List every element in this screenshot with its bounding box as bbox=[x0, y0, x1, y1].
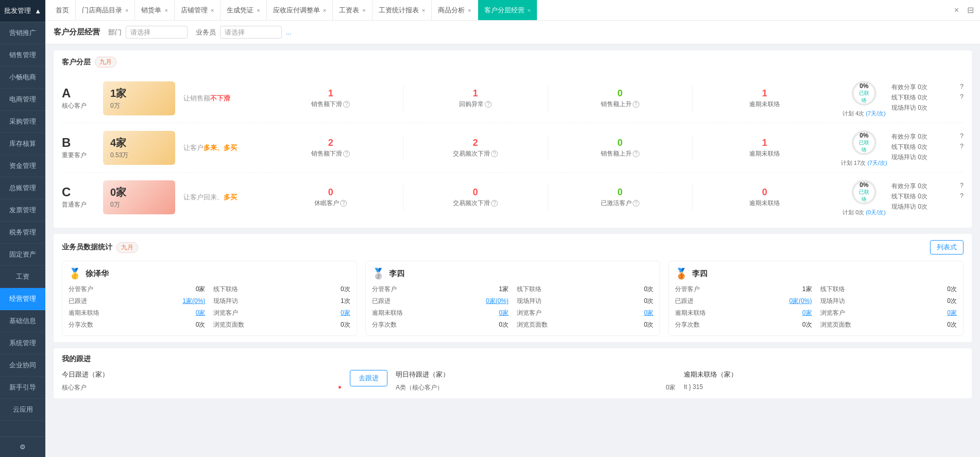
tier-row-a: A 核心客户 1家 0万 让销售额不下滑 1 销售额下滑 ? bbox=[62, 74, 964, 123]
tab-close-sales-order[interactable]: × bbox=[164, 7, 167, 13]
tab-close-customer-tier[interactable]: × bbox=[528, 7, 531, 13]
tab-voucher[interactable]: 生成凭证× bbox=[221, 0, 266, 21]
tier-c-stat-main[interactable]: 0家 0万 bbox=[103, 180, 175, 214]
sidebar-item-asset[interactable]: 固定资产 bbox=[0, 244, 45, 266]
tier-b-metric-1-info[interactable]: ? bbox=[491, 150, 498, 157]
sidebar-item-collab[interactable]: 企业协同 bbox=[0, 354, 45, 377]
tab-close-all-icon[interactable]: × bbox=[952, 4, 961, 17]
sidebar-item-base[interactable]: 基础信息 bbox=[0, 310, 45, 332]
followup-overdue-col: 逾期未联络（家） It } 315 bbox=[684, 370, 964, 391]
sp-2-stats: 分管客户 1家 线下联络 0次 已跟进 0家(0%) 现场拜访 bbox=[675, 285, 957, 329]
sidebar-item-invoice[interactable]: 发票管理 bbox=[0, 199, 45, 222]
sidebar-item-ecom[interactable]: 电商管理 bbox=[0, 89, 45, 111]
sidebar-item-payroll[interactable]: 工资 bbox=[0, 266, 45, 288]
tier-b-metric-0[interactable]: 2 销售额下滑 ? bbox=[259, 136, 403, 160]
tier-a-metric-2[interactable]: 0 销售额上升 ? bbox=[548, 86, 693, 111]
sidebar-item-sales[interactable]: 销售管理 bbox=[0, 44, 45, 66]
sidebar-item-guide[interactable]: 新手引导 bbox=[0, 377, 45, 399]
sidebar-item-capital[interactable]: 资金管理 bbox=[0, 155, 45, 177]
tier-c-metric-2-info[interactable]: ? bbox=[633, 200, 639, 207]
tier-c-share-info[interactable]: ? bbox=[960, 182, 964, 191]
tier-c-offline-info[interactable]: ? bbox=[960, 192, 964, 201]
sidebar-toggle-icon[interactable]: ▲ bbox=[35, 7, 41, 15]
tab-close-product-analysis[interactable]: × bbox=[468, 7, 471, 13]
sidebar-item-operations[interactable]: 经营管理 bbox=[0, 288, 45, 310]
sidebar-item-purchase[interactable]: 采购管理 bbox=[0, 111, 45, 133]
tier-c-circle-text: 0% 已联络 bbox=[857, 181, 871, 203]
sidebar-item-marketing[interactable]: 营销推广 bbox=[0, 22, 45, 44]
dept-select[interactable]: 请选择 bbox=[126, 26, 188, 39]
tab-close-store-mgmt[interactable]: × bbox=[211, 7, 214, 13]
tab-payroll[interactable]: 工资表× bbox=[333, 0, 372, 21]
tier-b-stat-main[interactable]: 4家 0.53万 bbox=[103, 131, 175, 165]
tier-c-plan-link[interactable]: (0天/次) bbox=[866, 209, 886, 215]
salesperson-card-2: 🥉 李四 分管客户 1家 线下联络 0次 已跟进 bbox=[668, 261, 964, 336]
filter-more-btn[interactable]: ... bbox=[286, 28, 292, 36]
tier-a-metric-2-info[interactable]: ? bbox=[633, 101, 639, 108]
tier-c-circle-container: 0% 已联络 bbox=[850, 178, 878, 207]
tab-payroll-report[interactable]: 工资统计报表× bbox=[373, 0, 432, 21]
tab-store-catalog[interactable]: 门店商品目录× bbox=[76, 0, 135, 21]
tier-b-metric-1[interactable]: 2 交易频次下滑 ? bbox=[403, 136, 548, 160]
sp-2-stat-5: 浏览客户 0家 bbox=[820, 309, 957, 317]
tier-c-slogan: 让客户回来、多买 bbox=[183, 193, 250, 202]
tier-a-metric-1-info[interactable]: ? bbox=[485, 101, 492, 108]
tier-c-metric-1-info[interactable]: ? bbox=[491, 200, 498, 207]
tier-c-metric-1[interactable]: 0 交易频次下滑 ? bbox=[403, 185, 548, 210]
sidebar-item-tax[interactable]: 税务管理 bbox=[0, 222, 45, 244]
tab-close-payroll[interactable]: × bbox=[362, 7, 365, 13]
tier-a-share-info[interactable]: ? bbox=[960, 83, 964, 92]
tab-store-mgmt[interactable]: 店铺管理× bbox=[175, 0, 221, 21]
tab-product-analysis[interactable]: 商品分析× bbox=[432, 0, 478, 21]
sidebar-item-cloud[interactable]: 云应用 bbox=[0, 399, 45, 421]
sp-0-name: 徐泽华 bbox=[86, 269, 109, 279]
tier-b-share-info[interactable]: ? bbox=[960, 132, 964, 141]
salesperson-card-0: 🥇 徐泽华 分管客户 0家 线下联络 0次 已跟进 bbox=[62, 261, 357, 336]
tier-b-metric-3[interactable]: 1 逾期未联络 bbox=[692, 136, 837, 160]
tab-home[interactable]: 首页 bbox=[49, 0, 76, 21]
sp-0-stat-5: 浏览客户 0家 bbox=[213, 309, 350, 317]
tab-ar-ap[interactable]: 应收应付调整单× bbox=[267, 0, 333, 21]
tier-b-metric-2[interactable]: 0 销售额上升 ? bbox=[548, 136, 693, 160]
sidebar-settings[interactable]: ⚙ bbox=[0, 436, 45, 457]
tier-a-metric-0[interactable]: 1 销售额下滑 ? bbox=[259, 86, 403, 111]
tier-b-plan-link[interactable]: (7天/次) bbox=[867, 160, 887, 166]
tab-close-payroll-report[interactable]: × bbox=[422, 7, 425, 13]
sidebar-item-ecom-small[interactable]: 小畅电商 bbox=[0, 66, 45, 89]
sidebar-item-ledger[interactable]: 总账管理 bbox=[0, 177, 45, 199]
sales-select[interactable]: 请选择 bbox=[220, 26, 282, 39]
list-view-button[interactable]: 列表式 bbox=[930, 240, 964, 255]
tier-a-metric-1[interactable]: 1 回购异常 ? bbox=[403, 86, 548, 111]
tier-a-metric-0-info[interactable]: ? bbox=[343, 101, 350, 108]
tab-more-icon[interactable]: ⊟ bbox=[965, 3, 976, 17]
biz-stats-section: 业务员数据统计 九月 列表式 🥇 徐泽华 分管客户 0家 bbox=[54, 234, 972, 342]
tier-a-metric-2-count: 0 bbox=[552, 88, 688, 99]
dept-label: 部门 bbox=[108, 28, 122, 37]
sp-0-stat-0: 分管客户 0家 bbox=[69, 285, 205, 294]
tab-bar: 首页 门店商品目录× 销货单× 店铺管理× 生成凭证× 应收应付调整单× 工资表… bbox=[45, 0, 980, 21]
sp-2-stat-3: 现场拜访 0次 bbox=[820, 297, 957, 306]
sidebar-item-inventory[interactable]: 库存核算 bbox=[0, 133, 45, 155]
tier-a-plan-link[interactable]: (7天/次) bbox=[866, 110, 886, 116]
sp-1-stat-2: 已跟进 0家(0%) bbox=[372, 297, 509, 306]
sidebar-item-system[interactable]: 系统管理 bbox=[0, 332, 45, 354]
tier-c-metric-0[interactable]: 0 休眠客户 ? bbox=[259, 185, 403, 210]
sidebar-header[interactable]: 批发管理 ▲ bbox=[0, 0, 45, 22]
tier-b-offline-info[interactable]: ? bbox=[960, 143, 964, 151]
tier-c-metric-3[interactable]: 0 逾期未联络 bbox=[692, 185, 837, 210]
tab-close-ar-ap[interactable]: × bbox=[323, 7, 326, 13]
tier-c-metric-0-info[interactable]: ? bbox=[340, 200, 347, 207]
tier-a-offline-info[interactable]: ? bbox=[960, 93, 964, 102]
tab-customer-tier[interactable]: 客户分层经营× bbox=[478, 0, 537, 21]
tier-a-stat-main[interactable]: 1家 0万 bbox=[103, 81, 175, 115]
sales-label: 业务员 bbox=[196, 28, 216, 37]
tier-b-metric-0-info[interactable]: ? bbox=[343, 150, 350, 157]
tier-a-metric-3[interactable]: 1 逾期未联络 bbox=[692, 86, 837, 111]
go-followup-button[interactable]: 去跟进 bbox=[350, 370, 387, 386]
tab-sales-order[interactable]: 销货单× bbox=[135, 0, 174, 21]
tab-close-store-catalog[interactable]: × bbox=[125, 7, 128, 13]
tier-c-metric-2[interactable]: 0 已激活客户 ? bbox=[548, 185, 693, 210]
tab-close-voucher[interactable]: × bbox=[257, 7, 260, 13]
tier-b-label: B 重要客户 bbox=[62, 136, 103, 160]
tier-b-metric-2-info[interactable]: ? bbox=[633, 150, 639, 157]
